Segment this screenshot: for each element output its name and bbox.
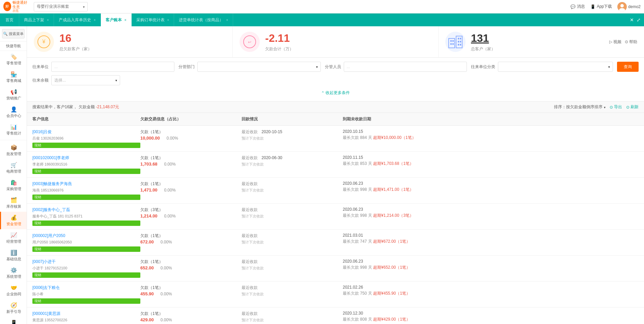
top-right: 💬 消息 📱 App下载 demo2 xyxy=(570,2,641,11)
member-icon: 👤 xyxy=(10,106,17,113)
sidebar-item-retail-mgmt[interactable]: 🏷️ 零售管理 xyxy=(0,51,27,68)
sidebar-item-member[interactable]: 👤 会员中心 xyxy=(0,104,27,121)
close-icon[interactable]: × xyxy=(47,18,49,22)
sidebar-item-retail-stats[interactable]: 📊 零售统计 xyxy=(0,121,27,139)
customer-name-link-2[interactable]: [0003]畅捷服务尹海燕 xyxy=(32,181,140,187)
sidebar-item-retail-mall[interactable]: 🏪 零售商城 xyxy=(0,68,27,86)
sidebar-item-guide[interactable]: 🧭 新手引导 xyxy=(0,299,27,317)
tab-product-offline[interactable]: 商品上下架 × xyxy=(19,13,54,26)
logo-area: 好 畅捷通好生意 示范 xyxy=(3,0,30,13)
filter-person: 分管人员 ... xyxy=(325,62,467,72)
customer-name-link-4[interactable]: [000002]用户2050 xyxy=(32,233,140,239)
customer-name-link-5[interactable]: [0007]小进干 xyxy=(32,259,140,265)
overdue-link-1[interactable]: 超期¥1,703.68（1笔） xyxy=(373,161,414,166)
sidebar-item-basic[interactable]: ℹ️ 基础信息 xyxy=(0,247,27,264)
customer-name-link-7[interactable]: [000001]黄思源 xyxy=(32,311,140,317)
sidebar-item-corp[interactable]: 🤝 企业协同 xyxy=(0,282,27,299)
due-detail-row-1: 最长欠款 853 天 超期¥1,703.68（1笔） xyxy=(343,161,639,167)
sidebar-item-capital[interactable]: 💰 资金管理 xyxy=(0,212,27,229)
svg-rect-13 xyxy=(458,38,459,39)
overdue-link-4[interactable]: 超期¥672.00（1笔） xyxy=(373,239,410,244)
tab-incoming-stats[interactable]: 进货单统计表（按商品） × xyxy=(174,13,233,26)
debt-info-2: 欠款（1笔） 1,471.00 0.00% xyxy=(140,181,242,193)
sort-select[interactable]: 排序：按欠款金额倒序排序 xyxy=(554,104,606,110)
inventory-icon: 🗂️ xyxy=(10,197,17,203)
due-info-4: 2021.03.01 最长欠款 747 天 超期¥672.00（1笔） xyxy=(343,233,639,244)
filter-category-select[interactable] xyxy=(498,62,613,72)
filter-unit-input[interactable]: ... xyxy=(51,62,174,72)
debt-amount-row-5: 652.00 0.00% xyxy=(140,265,242,270)
return-info-3: 最近收款 预计下次收款 xyxy=(242,207,343,219)
sidebar-item-ops[interactable]: 📈 经营管理 xyxy=(0,229,27,247)
help-btn[interactable]: ⊙ 帮助 xyxy=(625,39,637,45)
tab-customer-account[interactable]: 客户账本 × xyxy=(101,13,132,26)
return-sub-5: 预计下次收款 xyxy=(242,266,343,271)
search-btn[interactable]: 查询 xyxy=(617,62,639,72)
svg-rect-15 xyxy=(458,41,459,42)
debt-label-3: 欠款（3笔） xyxy=(140,207,163,213)
ops-icon: 📈 xyxy=(10,232,17,238)
debt-percent-5: 0.00% xyxy=(161,266,172,270)
return-info-0: 最近收款 2020-10-15 预计下次收款 xyxy=(242,129,343,141)
sidebar-item-marketing[interactable]: 📢 营销推广 xyxy=(0,86,27,104)
user-menu[interactable]: demo2 xyxy=(617,2,641,11)
due-date-4: 2021.03.01 xyxy=(343,233,639,238)
filter-category-label: 往来单位分类 xyxy=(471,64,495,70)
search-menu-btn[interactable]: 🔍 搜索菜单 xyxy=(2,29,25,38)
customer-name-link-3[interactable]: [0002]服务中心_丁磊 xyxy=(32,207,140,213)
overdue-link-0[interactable]: 超期¥10,000.00（1笔） xyxy=(373,135,416,140)
filter-dept-select[interactable] xyxy=(197,62,320,72)
close-icon[interactable]: × xyxy=(226,18,228,22)
tab-product-history[interactable]: 产成品入库单历史 × xyxy=(54,13,101,26)
tab-purchase-order[interactable]: 采购订单统计表 × xyxy=(132,13,174,26)
close-icon[interactable]: × xyxy=(124,18,127,22)
filter-person-input[interactable]: ... xyxy=(344,62,467,72)
overdue-link-2[interactable]: 超期¥1,471.00（1笔） xyxy=(373,187,414,192)
sidebar-item-purchase[interactable]: 🛍️ 采购管理 xyxy=(0,177,27,194)
app-download-btn[interactable]: 📱 App下载 xyxy=(590,4,612,9)
sidebar-item-ecommerce[interactable]: 🛒 电商管理 xyxy=(0,159,27,177)
customer-info-1: [0001020001]李老师 李老师 18600391516 现销 xyxy=(32,155,140,174)
overdue-link-5[interactable]: 超期¥652.00（1笔） xyxy=(373,265,410,270)
debt-amount-4: 672.00 xyxy=(140,239,154,244)
debt-amount-row-7: 429.00 0.00% xyxy=(140,317,242,322)
filter-balance-select[interactable]: 选择... xyxy=(51,75,120,85)
category-chevron-icon xyxy=(608,64,610,69)
sidebar-item-inventory[interactable]: 🗂️ 库存核算 xyxy=(0,194,27,212)
export-icon: ⊙ xyxy=(610,105,613,110)
refresh-btn[interactable]: ⊙ 刷新 xyxy=(626,104,639,110)
customer-name-link-6[interactable]: [0006]去下粮仓 xyxy=(32,285,140,291)
export-btn[interactable]: ⊙ 导出 xyxy=(610,104,622,110)
return-row-0: 最近收款 2020-10-15 xyxy=(242,129,343,135)
return-row-5: 最近收款 xyxy=(242,259,343,265)
customer-name-link-0[interactable]: [0016]吕俊 xyxy=(32,129,140,135)
message-btn[interactable]: 💬 消息 xyxy=(570,4,585,9)
batch-mgmt-icon: 📦 xyxy=(10,144,17,151)
nav-maximize-icon[interactable]: ⤢ xyxy=(637,17,641,23)
store-selector[interactable]: 母婴行业演示账套 xyxy=(34,2,88,11)
return-date-0: 2020-10-15 xyxy=(261,129,282,134)
stat-card-debt-total: ↩ -2.11 欠款合计（万） xyxy=(233,26,439,57)
debt-amount-5: 652.00 xyxy=(140,265,154,270)
tab-home[interactable]: 首页 xyxy=(0,13,19,26)
sidebar-item-appcenter[interactable]: 📱 应用中心 xyxy=(0,317,27,324)
sidebar-quick-nav[interactable]: 快捷导航 xyxy=(0,41,27,51)
overdue-link-3[interactable]: 超期¥1,214.00（3笔） xyxy=(373,213,414,218)
close-icon[interactable]: × xyxy=(94,18,96,22)
sidebar-item-batch-mgmt[interactable]: 📦 批发管理 xyxy=(0,142,27,159)
video-btn[interactable]: ▷ 视频 xyxy=(609,39,621,45)
return-info-1: 最近收款 2020-06-30 预计下次收款 xyxy=(242,155,343,167)
close-icon[interactable]: × xyxy=(167,18,169,22)
debt-amount-7: 429.00 xyxy=(140,317,154,322)
overdue-link-7[interactable]: 超期¥429.00（1笔） xyxy=(373,317,410,322)
due-days-3: 最长欠款 998 天 xyxy=(343,213,373,218)
purchase-icon: 🛍️ xyxy=(10,179,17,186)
nav-close-all-icon[interactable]: ✕ xyxy=(630,17,634,23)
tag-xian-5: 现销 xyxy=(32,272,140,278)
customer-name-link-1[interactable]: [0001020001]李老师 xyxy=(32,155,140,161)
collapse-btn[interactable]: ⌃ 收起更多条件 xyxy=(321,90,350,96)
sidebar-item-sys[interactable]: ⚙️ 系统管理 xyxy=(0,264,27,282)
overdue-link-6[interactable]: 超期¥455.90（1笔） xyxy=(373,291,410,296)
message-icon: 💬 xyxy=(570,4,576,9)
stat-body-3: 131 总客户（家） xyxy=(471,32,597,52)
